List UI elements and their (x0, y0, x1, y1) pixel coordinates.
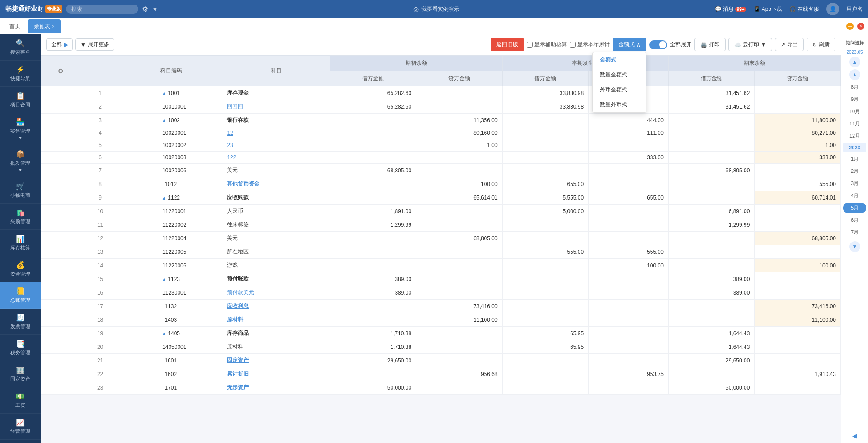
col-subject-code-header: 科目编码 (120, 56, 222, 86)
row-number: 5 (80, 139, 120, 152)
row-number: 3 (80, 114, 120, 127)
col-settings-icon[interactable]: ⚙ (58, 67, 64, 75)
show-ytd-input[interactable] (570, 42, 576, 48)
close-btn[interactable]: × (857, 23, 864, 30)
period-dec[interactable]: 12月 (843, 131, 866, 141)
dropdown-item-qty-amount[interactable]: 数量金额式 (593, 67, 646, 82)
col-subject-header: 科目 (222, 56, 330, 86)
period-nav-up[interactable]: ▲ (849, 57, 860, 67)
sidebar-item-ecomm[interactable]: 🛒 小畅电商 (0, 177, 41, 204)
expand-more-btn[interactable]: ▼ 展开更多 (75, 38, 114, 51)
sidebar-item-label: 搜索菜单 (10, 49, 30, 56)
sidebar-item-retail[interactable]: 🏪 零售管理 ▼ (0, 113, 41, 145)
service-btn[interactable]: 🎧 在线客服 (789, 5, 819, 13)
subject-name[interactable]: 原材料 (222, 313, 330, 327)
sidebar-item-tax[interactable]: 📑 税务管理 (0, 335, 41, 361)
sidebar-item-purchase[interactable]: 🛍️ 采购管理 (0, 204, 41, 230)
demo-link[interactable]: ◎ 我要看实例演示 (413, 5, 459, 13)
subject-name[interactable]: 回回回 (222, 100, 330, 114)
period-jul[interactable]: 7月 (843, 227, 866, 238)
user-avatar[interactable]: 👤 (826, 3, 839, 15)
sidebar-item-expenses[interactable]: 💳 小畅报销 (0, 440, 41, 443)
subject-name[interactable]: 12 (222, 127, 330, 139)
subject-name[interactable]: 122 (222, 152, 330, 164)
print-btn[interactable]: 🖨️ 打印 (694, 38, 726, 51)
subject-code: 11220004 (120, 232, 222, 245)
amount-style-btn[interactable]: 金额式 ∧ (613, 38, 646, 51)
subject-code: 11220001 (120, 205, 222, 218)
top-search-input[interactable] (66, 5, 138, 14)
app-download-btn[interactable]: 📱 App下载 (754, 5, 782, 13)
sidebar-item-salary[interactable]: 💵 工资 (0, 387, 41, 414)
export-btn[interactable]: ↗ 导出 (775, 38, 804, 51)
sidebar-item-inventory[interactable]: 📊 库存核算 (0, 230, 41, 256)
subject-name[interactable]: 应收利息 (222, 300, 330, 313)
subject-name[interactable]: 累计折旧 (222, 367, 330, 381)
period-nav-up2[interactable]: ▲ (849, 69, 860, 80)
tab-balance-sheet[interactable]: 余额表 × (28, 19, 61, 33)
sidebar-item-label: 固定资产 (10, 376, 30, 382)
expand-all-toggle[interactable] (649, 40, 667, 49)
period-may[interactable]: 5月 (843, 203, 866, 213)
period-apr[interactable]: 4月 (843, 191, 866, 201)
purchase-icon: 🛍️ (16, 208, 25, 217)
dropdown-item-qty-foreign[interactable]: 数量外币式 (593, 97, 646, 112)
subject-name[interactable]: 其他货币资金 (222, 177, 330, 191)
return-old-btn[interactable]: 返回旧版 (491, 38, 524, 51)
subject-name[interactable]: 固定资产 (222, 354, 330, 367)
period-jan[interactable]: 1月 (843, 154, 866, 164)
dropdown-item-amount[interactable]: 金额式 (593, 52, 646, 67)
show-ytd-checkbox[interactable]: 显示本年累计 (570, 41, 610, 48)
dropdown-item-foreign-amount[interactable]: 外币金额式 (593, 82, 646, 97)
panel-collapse-btn[interactable]: ◀ (852, 432, 857, 439)
show-assist-input[interactable] (527, 42, 533, 48)
amount-cell (589, 272, 669, 286)
period-oct[interactable]: 10月 (843, 106, 866, 117)
all-filter-btn[interactable]: 全部 ▶ (46, 38, 73, 51)
col-settings-header[interactable]: ⚙ (41, 56, 80, 86)
message-btn[interactable]: 💬 消息 99+ (715, 5, 746, 13)
period-2023[interactable]: 2023 (843, 143, 866, 152)
sidebar-item-operations[interactable]: 📈 经营管理 (0, 414, 41, 440)
show-assist-checkbox[interactable]: 显示辅助核算 (527, 41, 567, 48)
cloud-print-btn[interactable]: ☁️ 云打印 ▼ (728, 38, 772, 51)
sidebar-item-quick-nav[interactable]: ⚡ 快捷导航 (0, 61, 41, 87)
sidebar-item-fixed-assets[interactable]: 🏢 固定资产 (0, 361, 41, 387)
subject-name[interactable]: 23 (222, 139, 330, 152)
col-end-balance-header: 期末余额 (668, 56, 840, 71)
sidebar-item-project[interactable]: 📋 项目合同 (0, 87, 41, 113)
amount-cell (416, 245, 503, 259)
toolbar: 全部 ▶ ▼ 展开更多 返回旧版 显示辅助核算 显示本年累计 (41, 34, 841, 55)
settings-icon[interactable]: ⚙ (142, 5, 148, 14)
sidebar-item-search-menu[interactable]: 🔍 搜索菜单 (0, 34, 41, 61)
period-jun[interactable]: 6月 (843, 215, 866, 225)
amount-cell: 1,299.99 (668, 218, 755, 232)
amount-cell (416, 381, 503, 395)
sidebar-item-wholesale[interactable]: 📦 批发管理 ▼ (0, 145, 41, 177)
subject-name[interactable]: 无形资产 (222, 381, 330, 395)
period-select-title: 期间选择 (846, 38, 864, 48)
sidebar-item-accounting[interactable]: 📒 总账管理 (0, 282, 41, 309)
tab-balance-label: 余额表 (34, 23, 50, 30)
refresh-btn[interactable]: ↻ 刷新 (807, 38, 835, 51)
period-nav-down[interactable]: ▼ (849, 241, 860, 252)
col-open-balance-header: 期初余额 (330, 56, 502, 71)
sidebar-item-invoice[interactable]: 🧾 发票管理 (0, 309, 41, 335)
amount-cell (755, 327, 841, 340)
project-icon: 📋 (16, 91, 25, 100)
tab-home[interactable]: 首页 (4, 19, 26, 33)
subject-name[interactable]: 预付款美元 (222, 286, 330, 300)
sidebar-item-capital[interactable]: 💰 资金管理 (0, 256, 41, 282)
tab-close-icon[interactable]: × (52, 24, 55, 29)
download-icon: 📱 (754, 6, 760, 12)
dropdown-arrow[interactable]: ▼ (152, 5, 158, 13)
subject-code: ▲1001 (120, 86, 222, 100)
period-nov[interactable]: 11月 (843, 119, 866, 129)
amount-cell: 1.00 (755, 139, 841, 152)
period-sep[interactable]: 9月 (843, 94, 866, 105)
period-feb[interactable]: 2月 (843, 166, 866, 176)
period-aug[interactable]: 8月 (843, 82, 866, 92)
minimize-btn[interactable]: — (846, 23, 854, 30)
amount-cell: 11,800.00 (755, 114, 841, 127)
period-mar[interactable]: 3月 (843, 178, 866, 189)
